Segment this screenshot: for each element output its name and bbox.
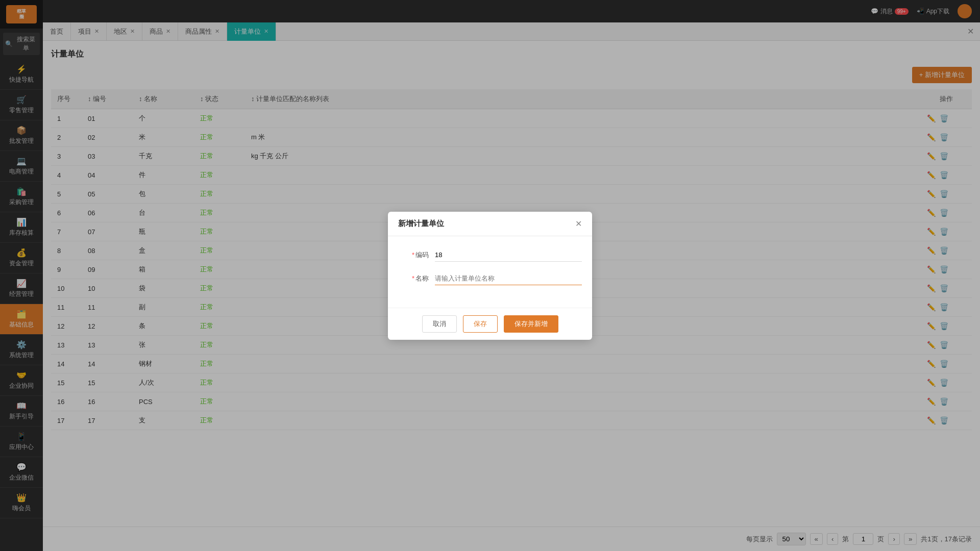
save-and-new-button[interactable]: 保存并新增 xyxy=(504,315,558,333)
code-input[interactable] xyxy=(435,248,582,262)
dialog-title: 新增计量单位 xyxy=(398,219,444,229)
cancel-button[interactable]: 取消 xyxy=(422,315,457,333)
name-input[interactable] xyxy=(435,272,582,285)
dialog-header: 新增计量单位 ✕ xyxy=(388,212,592,236)
add-unit-dialog: 新增计量单位 ✕ *编码 *名称 取消 保存 保存并新增 xyxy=(388,212,592,340)
code-label: *编码 xyxy=(398,251,429,260)
code-form-row: *编码 xyxy=(398,248,582,262)
dialog-body: *编码 *名称 xyxy=(388,236,592,308)
name-label: *名称 xyxy=(398,274,429,283)
dialog-close-button[interactable]: ✕ xyxy=(575,219,582,229)
save-button[interactable]: 保存 xyxy=(463,315,498,333)
name-form-row: *名称 xyxy=(398,272,582,285)
dialog-overlay: 新增计量单位 ✕ *编码 *名称 取消 保存 保存并新增 xyxy=(0,0,980,551)
dialog-footer: 取消 保存 保存并新增 xyxy=(388,308,592,340)
